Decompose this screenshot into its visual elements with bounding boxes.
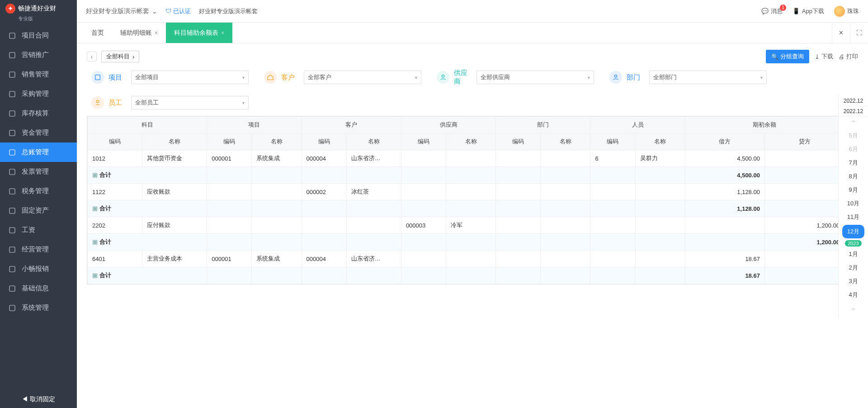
subtotal-credit: [764, 200, 844, 217]
period-month[interactable]: 3月: [839, 275, 868, 288]
period-month[interactable]: 2月: [839, 261, 868, 275]
account-name: 好业财专业版演示帐套: [86, 7, 149, 15]
sidebar-item-11[interactable]: 经营管理: [0, 240, 77, 259]
sidebar-item-label: 基础信息: [22, 284, 49, 293]
supplier-icon: [437, 71, 449, 84]
col-sub-header: 贷方: [764, 133, 844, 150]
svg-rect-3: [9, 91, 15, 97]
sidebar-item-9[interactable]: 固定资产: [0, 201, 77, 220]
period-month[interactable]: 11月: [839, 210, 868, 224]
period-month[interactable]: 6月: [839, 142, 868, 156]
tab-label: 首页: [91, 29, 104, 37]
period-end[interactable]: 2022.12: [839, 106, 868, 117]
tab-close-all-button[interactable]: ✕: [832, 23, 850, 43]
user-menu[interactable]: 珠珠: [834, 6, 859, 17]
sidebar-item-7[interactable]: 发票管理: [0, 162, 77, 181]
filter-project-select[interactable]: 全部项目▾: [131, 71, 249, 84]
col-sub-header: 名称: [446, 133, 496, 150]
cell: [346, 217, 401, 234]
fullscreen-button[interactable]: ⛶: [850, 23, 868, 43]
subject-selector[interactable]: 全部科目 ›: [101, 51, 139, 62]
cell: [764, 251, 844, 267]
period-month[interactable]: 4月: [839, 288, 868, 302]
cell: [635, 184, 685, 200]
sidebar-item-4[interactable]: 库存核算: [0, 104, 77, 123]
filter-project-label: 项目: [108, 73, 127, 82]
svg-rect-8: [9, 189, 15, 194]
brand-logo-icon: ✦: [5, 4, 15, 14]
table-row[interactable]: 6401主营业务成本000001系统集成000004山东省济…18.67: [88, 251, 858, 267]
filter-supplier-select[interactable]: 全部供应商▾: [476, 71, 594, 84]
cell: [401, 150, 446, 167]
account-selector[interactable]: 好业财专业版演示帐套 ⌄: [86, 7, 157, 15]
period-month[interactable]: 12月: [842, 225, 864, 238]
app-download-button[interactable]: 📱 App下载: [793, 7, 824, 15]
col-group-header: 科目: [88, 117, 207, 133]
period-up-button[interactable]: ⌃: [839, 117, 868, 129]
period-month[interactable]: 1月: [839, 247, 868, 261]
sidebar-item-label: 工资: [22, 226, 35, 234]
period-start[interactable]: 2022.12: [839, 96, 868, 106]
cell: 山东省济…: [346, 251, 401, 267]
tab-2[interactable]: 科目辅助余额表×: [166, 23, 232, 43]
messages-button[interactable]: 💬 消息 1: [761, 7, 783, 15]
filter-dept-select[interactable]: 全部部门▾: [649, 71, 767, 84]
subtotal-icon: ▣: [92, 171, 98, 178]
cell: [590, 184, 635, 200]
verified-label: 已认证: [173, 7, 191, 15]
cell: 000002: [302, 184, 346, 200]
download-button[interactable]: ⤓ 下载: [815, 52, 833, 61]
cell: 主营业务成本: [142, 251, 207, 267]
period-month[interactable]: 7月: [839, 156, 868, 170]
cell: 000004: [302, 251, 346, 267]
tab-1[interactable]: 辅助明细账×: [112, 23, 166, 43]
sidebar-item-3[interactable]: 采购管理: [0, 84, 77, 104]
period-month[interactable]: 10月: [839, 197, 868, 210]
period-month[interactable]: 8月: [839, 170, 868, 183]
filter-supplier-value: 全部供应商: [481, 73, 510, 81]
table-row[interactable]: 2202应付账款000003冷军1,200.00: [88, 217, 858, 234]
sidebar-item-14[interactable]: 系统管理: [0, 298, 77, 318]
tab-bar: 首页辅助明细账×科目辅助余额表× ✕ ⛶: [77, 23, 868, 43]
period-month[interactable]: 5月: [839, 129, 868, 142]
filter-customer-label: 客户: [281, 73, 299, 82]
sidebar-item-0[interactable]: 项目合同: [0, 26, 77, 45]
group-query-button[interactable]: 🔍 分组查询: [766, 50, 809, 63]
col-group-header: 期初余额: [685, 117, 844, 133]
balance-table: 科目项目客户供应商部门人员期初余额»编码名称编码名称编码名称编码名称编码名称编码…: [87, 116, 858, 284]
filter-customer-select[interactable]: 全部客户▾: [304, 71, 421, 84]
period-panel: 2022.12 2022.12 ⌃ 5月6月7月8月9月10月11月12月202…: [838, 94, 868, 318]
nav-icon: [8, 187, 16, 195]
cell: 1,200.00: [764, 217, 844, 234]
cell: 000004: [302, 150, 346, 167]
cell: 冰红茶: [346, 184, 401, 200]
svg-rect-2: [9, 72, 15, 77]
sidebar-item-2[interactable]: 销售管理: [0, 65, 77, 84]
col-sub-header: 编码: [401, 133, 446, 150]
breadcrumb-prev-button[interactable]: ‹: [87, 52, 97, 62]
period-down-button[interactable]: ⌄: [839, 302, 868, 314]
print-button[interactable]: 🖨 打印: [839, 52, 858, 61]
sidebar-item-10[interactable]: 工资: [0, 220, 77, 240]
cell: 1122: [88, 184, 142, 200]
period-month[interactable]: 9月: [839, 183, 868, 197]
sidebar-item-1[interactable]: 营销推广: [0, 45, 77, 65]
close-icon[interactable]: ×: [221, 30, 224, 36]
unpin-button[interactable]: ◀ 取消固定: [0, 391, 77, 408]
close-icon[interactable]: ×: [155, 30, 158, 36]
sidebar-item-13[interactable]: 基础信息: [0, 279, 77, 298]
table-row[interactable]: 1012其他货币资金000001系统集成000004山东省济…6吴群力4,500…: [88, 150, 858, 167]
tab-0[interactable]: 首页: [83, 23, 112, 43]
dept-icon: [609, 71, 622, 84]
sidebar-item-5[interactable]: 资金管理: [0, 123, 77, 142]
subtotal-icon: ▣: [92, 272, 98, 279]
sidebar-item-6[interactable]: 总账管理: [0, 142, 77, 162]
sidebar-item-12[interactable]: 小畅报销: [0, 259, 77, 279]
filter-employee-select[interactable]: 全部员工▾: [131, 96, 249, 109]
cell: [252, 184, 302, 200]
chevron-down-icon: ▾: [242, 100, 245, 105]
table-row[interactable]: 1122应收账款000002冰红茶1,128.00: [88, 184, 858, 200]
sidebar-item-8[interactable]: 税务管理: [0, 181, 77, 201]
col-sub-header: 编码: [207, 133, 252, 150]
search-icon: 🔍: [771, 53, 778, 60]
